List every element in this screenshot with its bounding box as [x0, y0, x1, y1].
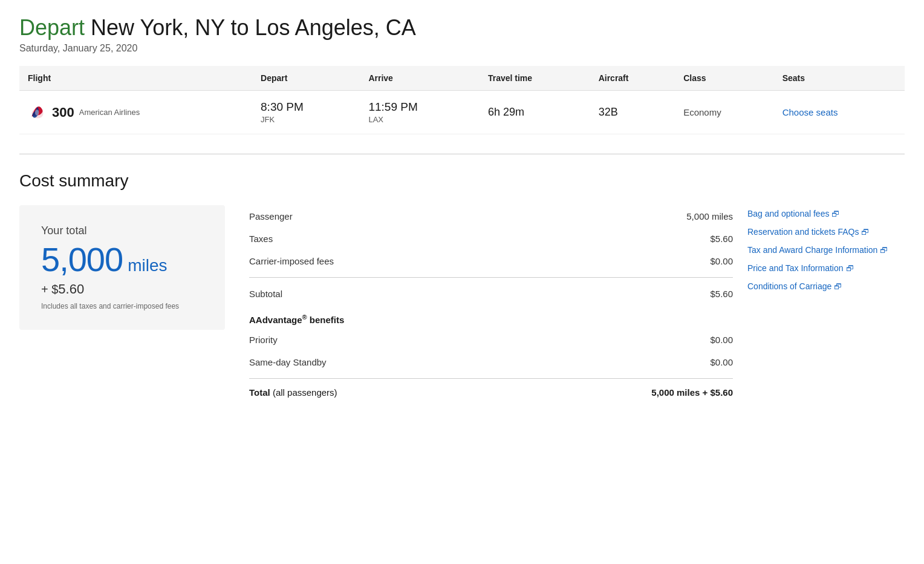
cost-right: Passenger 5,000 miles Taxes $5.60 Carrie…: [249, 205, 905, 404]
aircraft-code: 32B: [599, 106, 618, 118]
cost-summary-title: Cost summary: [19, 171, 905, 191]
aa-logo-icon: [28, 103, 47, 122]
cost-layout: Your total 5,000 miles + $5.60 Includes …: [19, 205, 905, 404]
tax-award-link-text: Tax and Award Charge Information: [747, 245, 877, 255]
your-total-cash: + $5.60: [41, 281, 203, 297]
depart-airport: JFK: [261, 115, 351, 124]
col-travel-time: Travel time: [480, 66, 590, 91]
col-seats: Seats: [774, 66, 905, 91]
priority-label: Priority: [249, 335, 278, 345]
passenger-value: 5,000 miles: [686, 211, 733, 221]
col-aircraft: Aircraft: [590, 66, 675, 91]
standby-label: Same-day Standby: [249, 357, 327, 367]
seats-cell: Choose seats: [774, 91, 905, 134]
airline-name: American Airlines: [79, 108, 140, 117]
cost-row-passenger: Passenger 5,000 miles: [249, 205, 733, 228]
carrier-fees-value: $0.00: [710, 256, 733, 266]
aadvantage-header: AAdvantage® benefits: [249, 305, 733, 329]
taxes-value: $5.60: [710, 234, 733, 244]
page-title: Depart New York, NY to Los Angeles, CA: [19, 15, 905, 41]
depart-time: 8:30 PM: [261, 100, 351, 114]
cost-row-taxes: Taxes $5.60: [249, 228, 733, 250]
route-text: New York, NY to Los Angeles, CA: [91, 15, 416, 40]
depart-word: Depart: [19, 15, 85, 40]
cost-row-priority: Priority $0.00: [249, 329, 733, 351]
cash-prefix: + $: [41, 283, 58, 296]
class-cell: Economy: [675, 91, 774, 134]
total-label: Total (all passengers): [249, 387, 337, 398]
flight-number: 300: [52, 105, 74, 120]
reservation-faqs-link[interactable]: Reservation and tickets FAQs 🗗: [747, 227, 905, 237]
carrier-fees-label: Carrier-imposed fees: [249, 256, 334, 266]
travel-time-value: 6h 29m: [488, 106, 524, 118]
bag-fees-link-text: Bag and optional fees: [747, 209, 829, 218]
your-total-label: Your total: [41, 225, 203, 237]
table-header-row: Flight Depart Arrive Travel time Aircraf…: [19, 66, 905, 91]
taxes-label: Taxes: [249, 234, 273, 244]
your-total-miles: 5,000 miles: [41, 240, 203, 279]
subtotal-row: Subtotal $5.60: [249, 283, 733, 305]
cost-row-standby: Same-day Standby $0.00: [249, 351, 733, 373]
flight-table: Flight Depart Arrive Travel time Aircraf…: [19, 66, 905, 134]
cost-divider-1: [249, 277, 733, 278]
standby-value: $0.00: [710, 357, 733, 367]
miles-number: 5,000: [41, 240, 123, 279]
arrive-time: 11:59 PM: [368, 100, 470, 114]
cash-amount: 5.60: [58, 281, 84, 297]
col-depart: Depart: [252, 66, 360, 91]
miles-label: miles: [128, 256, 167, 275]
svg-point-1: [35, 110, 39, 116]
depart-cell: 8:30 PM JFK: [252, 91, 360, 134]
total-value: 5,000 miles + $5.60: [651, 387, 733, 398]
conditions-carriage-link-text: Conditions of Carriage: [747, 281, 831, 291]
flight-cell: 300 American Airlines: [19, 91, 252, 134]
cost-row-carrier-fees: Carrier-imposed fees $0.00: [249, 250, 733, 272]
price-tax-link[interactable]: Price and Tax Information 🗗: [747, 263, 905, 273]
aircraft-cell: 32B: [590, 91, 675, 134]
reservation-faqs-link-text: Reservation and tickets FAQs: [747, 227, 859, 237]
tax-award-link[interactable]: Tax and Award Charge Information 🗗: [747, 245, 905, 255]
travel-time-cell: 6h 29m: [480, 91, 590, 134]
col-class: Class: [675, 66, 774, 91]
your-total-note: Includes all taxes and carrier-imposed f…: [41, 302, 203, 310]
col-flight: Flight: [19, 66, 252, 91]
subtotal-label: Subtotal: [249, 289, 282, 299]
total-row: Total (all passengers) 5,000 miles + $5.…: [249, 378, 733, 404]
conditions-carriage-external-link-icon: 🗗: [834, 282, 842, 291]
cost-details: Passenger 5,000 miles Taxes $5.60 Carrie…: [249, 205, 733, 404]
links-column: Bag and optional fees 🗗 Reservation and …: [747, 205, 905, 404]
subtotal-value: $5.60: [710, 289, 733, 299]
col-arrive: Arrive: [360, 66, 479, 91]
bag-fees-external-link-icon: 🗗: [831, 209, 839, 218]
table-row: 300 American Airlines 8:30 PM JFK 11:59 …: [19, 91, 905, 134]
price-tax-external-link-icon: 🗗: [846, 264, 854, 273]
class-value: Economy: [683, 107, 721, 117]
tax-award-external-link-icon: 🗗: [880, 246, 888, 255]
conditions-carriage-link[interactable]: Conditions of Carriage 🗗: [747, 281, 905, 291]
section-divider: [19, 154, 905, 154]
price-tax-link-text: Price and Tax Information: [747, 263, 844, 273]
reservation-external-link-icon: 🗗: [861, 228, 869, 237]
priority-value: $0.00: [710, 335, 733, 345]
page-subtitle: Saturday, January 25, 2020: [19, 43, 905, 54]
passenger-label: Passenger: [249, 211, 293, 221]
arrive-cell: 11:59 PM LAX: [360, 91, 479, 134]
your-total-box: Your total 5,000 miles + $5.60 Includes …: [19, 205, 225, 330]
choose-seats-link[interactable]: Choose seats: [782, 107, 838, 117]
arrive-airport: LAX: [368, 115, 470, 124]
bag-fees-link[interactable]: Bag and optional fees 🗗: [747, 209, 905, 218]
